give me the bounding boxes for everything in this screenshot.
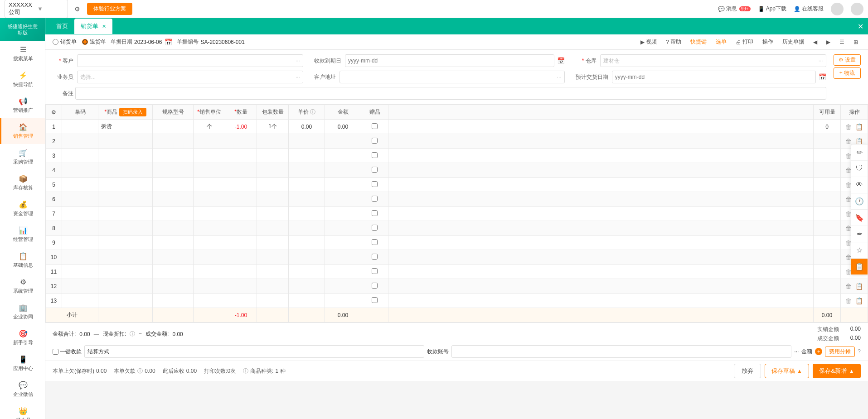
- row-goods[interactable]: [98, 279, 153, 294]
- row-gift[interactable]: [361, 120, 388, 134]
- goods-type-icon[interactable]: ⓘ: [243, 367, 248, 375]
- app-download-btn[interactable]: 📱 App下载: [758, 5, 786, 13]
- row-spec[interactable]: [153, 134, 194, 149]
- sidebar-item-search[interactable]: ☰ 搜索菜单: [0, 41, 45, 67]
- row-goods[interactable]: [98, 178, 153, 192]
- radio-sales[interactable]: 销货单: [53, 38, 77, 46]
- list-view-icon[interactable]: ☰: [837, 38, 847, 46]
- tab-home[interactable]: 首页: [50, 19, 74, 34]
- save-new-btn[interactable]: 保存&新增 ▲: [813, 364, 861, 378]
- row-goods[interactable]: [98, 294, 153, 308]
- row-goods[interactable]: [98, 192, 153, 207]
- trial-button[interactable]: 体验行业方案: [87, 3, 132, 15]
- row-goods[interactable]: [98, 149, 153, 163]
- float-bookmark-icon[interactable]: 🔖: [851, 210, 868, 226]
- row-spec[interactable]: [153, 236, 194, 250]
- row-barcode[interactable]: [62, 250, 98, 265]
- scan-btn[interactable]: 扫码录入: [119, 108, 146, 116]
- row-gift[interactable]: [361, 221, 388, 236]
- next-icon[interactable]: ▶: [824, 38, 833, 46]
- row-delete-icon[interactable]: 🗑: [845, 138, 852, 145]
- row-goods[interactable]: [98, 250, 153, 265]
- col-header-settings[interactable]: ⚙: [46, 105, 62, 120]
- shortcut-btn[interactable]: 快捷键: [688, 37, 709, 47]
- row-delete-icon[interactable]: 🗑: [845, 297, 852, 304]
- row-gift[interactable]: [361, 149, 388, 163]
- row-goods[interactable]: [98, 265, 153, 279]
- row-goods[interactable]: [98, 236, 153, 250]
- float-shield-icon[interactable]: 🛡: [851, 161, 868, 177]
- row-barcode[interactable]: [62, 265, 98, 279]
- online-service-btn[interactable]: 👤 在线客服: [794, 5, 824, 13]
- one-click-pay-check[interactable]: 一键收款: [53, 348, 82, 356]
- row-gift[interactable]: [361, 294, 388, 308]
- row-spec[interactable]: [153, 221, 194, 236]
- row-spec[interactable]: [153, 120, 194, 134]
- row-op[interactable]: 🗑 📋: [841, 279, 868, 294]
- row-spec[interactable]: [153, 294, 194, 308]
- sidebar-item-basic[interactable]: 📋 基础信息: [0, 247, 45, 273]
- sidebar-item-purchase[interactable]: 🛒 采购管理: [0, 144, 45, 170]
- tab-close-icon[interactable]: ✕: [102, 24, 106, 29]
- remarks-input[interactable]: [75, 87, 826, 100]
- float-orange-icon[interactable]: 📋: [851, 259, 868, 275]
- tab-close-all-icon[interactable]: ✕: [858, 22, 863, 31]
- float-edit-icon[interactable]: ✏: [851, 144, 868, 161]
- row-spec[interactable]: [153, 279, 194, 294]
- video-btn[interactable]: ▶ 视频: [638, 37, 659, 47]
- row-gift[interactable]: [361, 250, 388, 265]
- sidebar-item-sales[interactable]: 🏠 销售管理: [0, 118, 45, 144]
- row-copy-icon[interactable]: 📋: [855, 297, 863, 304]
- staff-input[interactable]: 选择... ···: [77, 71, 303, 83]
- row-op[interactable]: 🗑 📋: [841, 120, 868, 134]
- settings-btn[interactable]: ⚙ 设置: [834, 54, 861, 66]
- avatar2[interactable]: [851, 3, 863, 15]
- row-barcode[interactable]: [62, 236, 98, 250]
- row-spec[interactable]: [153, 207, 194, 221]
- operate-btn[interactable]: 操作: [760, 37, 776, 47]
- row-gift[interactable]: [361, 178, 388, 192]
- radio-return[interactable]: 退货单: [82, 38, 106, 46]
- settings-gear-icon[interactable]: ⚙: [71, 3, 83, 15]
- abandon-btn[interactable]: 放弃: [734, 364, 761, 378]
- tab-sales-order[interactable]: 销货单 ✕: [74, 19, 112, 34]
- float-pencil-icon[interactable]: ✒: [851, 226, 868, 242]
- row-gift[interactable]: [361, 192, 388, 207]
- prev-icon[interactable]: ◀: [810, 38, 820, 46]
- row-goods[interactable]: [98, 221, 153, 236]
- discount-info-icon[interactable]: ⓘ: [130, 330, 135, 338]
- settlement-select[interactable]: 结算方式: [84, 345, 424, 358]
- radio-return-input[interactable]: [82, 39, 88, 45]
- row-op[interactable]: 🗑 📋: [841, 294, 868, 308]
- customer-input[interactable]: ···: [77, 54, 303, 67]
- sidebar-item-wechat[interactable]: 💬 企业微信: [0, 376, 45, 402]
- history-btn[interactable]: 历史单据: [780, 37, 807, 47]
- row-spec[interactable]: [153, 250, 194, 265]
- row-copy-icon[interactable]: 📋: [855, 283, 863, 290]
- row-goods[interactable]: 拆货: [98, 120, 153, 134]
- one-click-pay-checkbox[interactable]: [53, 349, 58, 355]
- row-goods[interactable]: [98, 207, 153, 221]
- row-spec[interactable]: [153, 149, 194, 163]
- row-goods[interactable]: [98, 163, 153, 178]
- row-gift[interactable]: [361, 265, 388, 279]
- sidebar-item-quick-nav[interactable]: ⚡ 快捷导航: [0, 67, 45, 92]
- row-barcode[interactable]: [62, 178, 98, 192]
- sidebar-item-operations[interactable]: 📊 经营管理: [0, 222, 45, 247]
- avatar[interactable]: [831, 3, 844, 15]
- row-barcode[interactable]: [62, 294, 98, 308]
- row-delete-icon[interactable]: 🗑: [845, 283, 852, 290]
- print-btn[interactable]: 🖨 打印: [733, 37, 756, 47]
- row-barcode[interactable]: [62, 134, 98, 149]
- row-spec[interactable]: [153, 265, 194, 279]
- sidebar-item-guide[interactable]: 🎯 新手引导: [0, 325, 45, 351]
- row-delete-icon[interactable]: 🗑: [845, 123, 852, 130]
- help-btn[interactable]: ? 帮助: [663, 37, 684, 47]
- sidebar-item-enterprise[interactable]: 🏢 企业协同: [0, 299, 45, 325]
- row-copy-icon[interactable]: 📋: [855, 123, 863, 130]
- due-date-input[interactable]: [345, 54, 554, 67]
- row-gift[interactable]: [361, 134, 388, 149]
- add-btn[interactable]: +: [815, 348, 822, 355]
- expected-date-input[interactable]: [612, 71, 816, 83]
- sidebar-item-inventory[interactable]: 📦 库存核算: [0, 170, 45, 196]
